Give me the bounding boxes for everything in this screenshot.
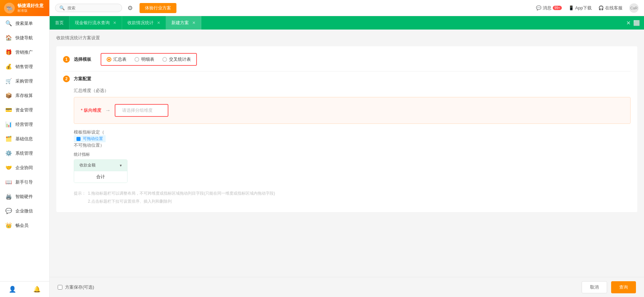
sidebar-item-label: 销售管理 bbox=[15, 64, 33, 70]
indicator-header-inner: 收款金额 ▾ bbox=[79, 162, 122, 168]
sidebar-item-collab[interactable]: 🤝 企业协同 bbox=[0, 160, 49, 175]
sidebar-item-search[interactable]: 🔍 搜索菜单 bbox=[0, 16, 49, 31]
sidebar-bottom: 👤 🔔 bbox=[0, 281, 49, 297]
settings-icon[interactable]: ⚙ bbox=[127, 4, 133, 12]
handshake-icon: 🤝 bbox=[5, 164, 12, 171]
avatar[interactable]: CaR bbox=[629, 3, 639, 13]
folder-icon: 🗂️ bbox=[5, 136, 12, 142]
tab-new-plan[interactable]: 新建方案 ✕ bbox=[166, 16, 201, 30]
tip-text-2: 2.点击标题栏下拉可设置排序、插入列和删除列 bbox=[88, 197, 172, 205]
tab-close-icon[interactable]: ✕ bbox=[113, 20, 116, 25]
search-input[interactable] bbox=[67, 6, 114, 10]
radio-detail-label: 明细表 bbox=[141, 56, 154, 62]
sidebar-item-wechat[interactable]: 💬 企业微信 bbox=[0, 204, 49, 218]
sidebar-item-guide[interactable]: 📖 新手引导 bbox=[0, 175, 49, 189]
bell-icon: 🔔 bbox=[33, 286, 41, 293]
divider bbox=[63, 71, 631, 71]
tab-home[interactable]: 首页 bbox=[50, 16, 69, 30]
indicator-table-area: 统计指标 收款金额 ▾ 合计 bbox=[74, 152, 631, 184]
tip-item-1: 提示： 1.拖动标题栏可以调整布局，不可跨维度或指标区域拖动列目字段(只能在同一… bbox=[74, 189, 631, 197]
tab-label: 新建方案 bbox=[171, 20, 189, 26]
tab-label: 首页 bbox=[55, 20, 64, 26]
sidebar-bottom-user[interactable]: 👤 bbox=[7, 284, 17, 294]
industry-btn[interactable]: 体验行业方案 bbox=[140, 3, 176, 13]
user-icon: 👤 bbox=[9, 286, 16, 293]
gift-icon: 🎁 bbox=[5, 49, 12, 55]
query-button[interactable]: 查询 bbox=[611, 281, 636, 293]
sidebar-item-label: 经营管理 bbox=[15, 121, 33, 128]
indicator-header-label: 收款金额 bbox=[79, 162, 96, 168]
footer-left: 方案保存(可选) bbox=[58, 284, 94, 290]
sidebar-item-sales[interactable]: 💰 销售管理 bbox=[0, 59, 49, 74]
notification-btn[interactable]: 💬 消息 99+ bbox=[536, 5, 562, 11]
tab-bar: 首页 现金银行流水查询 ✕ 收款情况统计 ✕ 新建方案 ✕ ✕ ⬜ bbox=[50, 16, 644, 30]
content-area: 收款情况统计方案设置 1 选择模板 汇总表 明细表 bbox=[50, 30, 644, 277]
radio-cross-label: 交叉统计表 bbox=[169, 56, 191, 62]
radio-circle-summary bbox=[107, 57, 111, 62]
movable-tag: 可拖动位置 bbox=[74, 135, 106, 142]
radio-cross[interactable]: 交叉统计表 bbox=[162, 56, 191, 62]
save-label: 方案保存(可选) bbox=[65, 284, 94, 290]
notification-label: 消息 bbox=[543, 5, 551, 11]
settings-card: 1 选择模板 汇总表 明细表 交叉统计表 bbox=[56, 46, 637, 212]
money-icon: 💰 bbox=[5, 63, 12, 70]
sidebar-item-label: 系统管理 bbox=[15, 150, 33, 156]
sidebar-item-label: 采购管理 bbox=[15, 78, 33, 84]
tip-text-1: 1.拖动标题栏可以调整布局，不可跨维度或指标区域拖动列目字段(只能在同一维度或指… bbox=[88, 189, 275, 197]
step1-label: 选择模板 bbox=[74, 56, 91, 62]
notification-badge: 99+ bbox=[553, 6, 562, 10]
sidebar: 🐃 畅捷通好生意 标准版 🔍 搜索菜单 🏠 快捷导航 🎁 营销推广 💰 销售管理… bbox=[0, 0, 50, 297]
dim-placeholder: 请选择分组维度 bbox=[122, 108, 153, 113]
sidebar-logo: 🐃 畅捷通好生意 标准版 bbox=[0, 0, 49, 16]
sidebar-item-inventory[interactable]: 📦 库存核算 bbox=[0, 88, 49, 103]
main-area: 🔍 ⚙ 体验行业方案 💬 消息 99+ 📱 App下载 🎧 在线客服 CaR bbox=[50, 0, 644, 297]
sidebar-item-member[interactable]: 👑 畅会员 bbox=[0, 218, 49, 233]
step2-num: 2 bbox=[63, 76, 70, 82]
sidebar-item-marketing[interactable]: 🎁 营销推广 bbox=[0, 45, 49, 59]
book-icon: 📖 bbox=[5, 179, 12, 185]
dim-arrow-icon: → bbox=[105, 107, 111, 113]
sidebar-bottom-notify[interactable]: 🔔 bbox=[32, 284, 42, 294]
download-btn[interactable]: 📱 App下载 bbox=[569, 5, 592, 11]
chat-icon: 💬 bbox=[5, 208, 12, 214]
sidebar-item-system[interactable]: ⚙️ 系统管理 bbox=[0, 146, 49, 160]
sidebar-item-quicknav[interactable]: 🏠 快捷导航 bbox=[0, 31, 49, 45]
printer-icon: 🖨️ bbox=[5, 193, 12, 200]
sidebar-item-label: 智能硬件 bbox=[15, 194, 33, 200]
sidebar-item-purchase[interactable]: 🛒 采购管理 bbox=[0, 74, 49, 88]
indicator-dropdown-icon[interactable]: ▾ bbox=[120, 163, 122, 168]
footer: 方案保存(可选) 取消 查询 bbox=[50, 277, 644, 297]
tab-collection[interactable]: 收款情况统计 ✕ bbox=[122, 16, 166, 30]
maximize-icon[interactable]: ⬜ bbox=[633, 20, 640, 26]
indicator-header[interactable]: 收款金额 ▾ bbox=[74, 160, 127, 171]
logo-name: 畅捷通好生意 bbox=[17, 3, 44, 8]
service-label: 在线客服 bbox=[605, 5, 623, 11]
radio-detail[interactable]: 明细表 bbox=[135, 56, 154, 62]
template-radio-group: 汇总表 明细表 交叉统计表 bbox=[101, 53, 197, 66]
download-label: App下载 bbox=[575, 5, 592, 11]
sidebar-item-label: 库存核算 bbox=[15, 93, 33, 99]
search-icon: 🔍 bbox=[5, 20, 12, 27]
dim-select[interactable]: 请选择分组维度 bbox=[115, 104, 168, 117]
save-checkbox[interactable] bbox=[58, 285, 62, 290]
radio-summary[interactable]: 汇总表 bbox=[107, 56, 126, 62]
sidebar-item-basic[interactable]: 🗂️ 基础信息 bbox=[0, 132, 49, 146]
indicator-title-row: 模板指标设定（ 可拖动位置 不可拖动位置） bbox=[74, 129, 631, 148]
indicator-cell-total: 合计 bbox=[74, 171, 127, 183]
cart-icon: 🛒 bbox=[5, 78, 12, 84]
search-box[interactable]: 🔍 bbox=[55, 4, 122, 12]
dim-row-label: * 纵向维度 bbox=[81, 107, 101, 113]
dimension-title: 汇总维度（必选） bbox=[74, 88, 631, 94]
sidebar-item-hardware[interactable]: 🖨️ 智能硬件 bbox=[0, 189, 49, 204]
tab-close-icon[interactable]: ✕ bbox=[157, 20, 160, 25]
tab-close-icon[interactable]: ✕ bbox=[192, 20, 196, 25]
sidebar-item-operation[interactable]: 📊 经营管理 bbox=[0, 117, 49, 132]
card-icon: 💳 bbox=[5, 107, 12, 113]
radio-summary-label: 汇总表 bbox=[113, 56, 126, 62]
download-icon: 📱 bbox=[569, 5, 574, 10]
close-window-icon[interactable]: ✕ bbox=[626, 20, 631, 26]
cancel-button[interactable]: 取消 bbox=[582, 281, 607, 293]
sidebar-item-finance[interactable]: 💳 资金管理 bbox=[0, 103, 49, 117]
service-btn[interactable]: 🎧 在线客服 bbox=[598, 5, 623, 11]
tab-bank[interactable]: 现金银行流水查询 ✕ bbox=[69, 16, 122, 30]
